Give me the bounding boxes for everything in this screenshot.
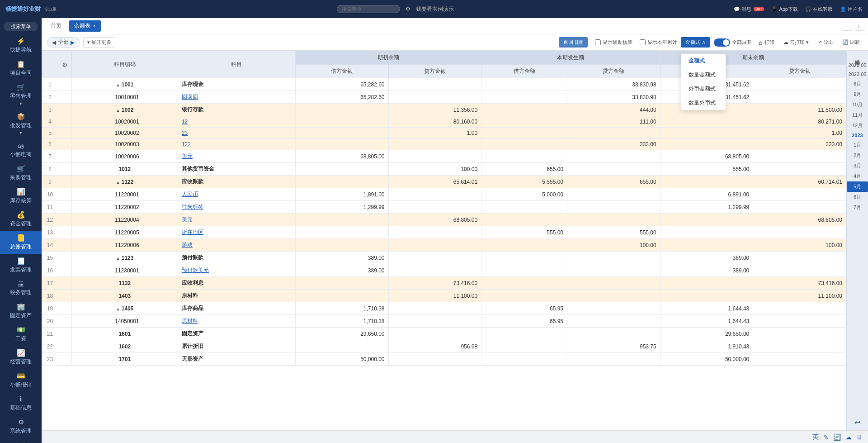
row-name[interactable]: 回回回 <box>178 91 295 104</box>
sidebar-item-expense[interactable]: 💳 小畅报销 <box>0 369 42 392</box>
lang-icon[interactable]: 英 <box>812 433 819 441</box>
period-9[interactable]: 9月 <box>847 89 868 100</box>
period-3[interactable]: 3月 <box>847 161 868 171</box>
sidebar-item-collab[interactable]: 🤝 企业协同 <box>0 438 42 443</box>
sidebar-item-system[interactable]: ⚙ 系统管理 <box>0 415 42 438</box>
table-row[interactable]: 12 11220004 美元 68,805.00 68,805.00 <box>42 214 846 226</box>
table-row[interactable]: 4 10020001 12 80,160.00 111.00 80,271.00 <box>42 116 846 128</box>
user-avatar[interactable]: 👤 用户名 <box>840 6 863 13</box>
settings-icon[interactable]: ⚙ <box>406 6 410 12</box>
amount-style-btn[interactable]: 金额式 ∧ <box>681 37 710 48</box>
table-row[interactable]: 20 14050001 原材料 1,710.38 65.95 1,644.43 <box>42 315 846 328</box>
period-2023-start[interactable]: 2023.05 <box>847 61 868 70</box>
sidebar-item-invoice[interactable]: 🧾 发票管理 <box>0 254 42 277</box>
period-2023-05[interactable]: 2023.05 <box>847 70 868 79</box>
menu-item-amount[interactable]: 金额式 <box>681 54 726 68</box>
input-icon[interactable]: ✎ <box>823 433 829 441</box>
filter-tag[interactable]: ◀ 全部 ▶ <box>47 37 80 48</box>
sidebar-search[interactable]: 搜索菜单 <box>4 22 38 31</box>
table-row[interactable]: 14 11220006 游戏 100.00 100.00 <box>42 239 846 252</box>
sidebar-item-inventory[interactable]: 📊 库存核算 <box>0 185 42 208</box>
sidebar-item-ecommerce[interactable]: 🛍 小畅电商 <box>0 139 42 162</box>
table-row[interactable]: 19 ▲ 1405 库存商品 1,710.38 65.95 1,644.43 <box>42 302 846 315</box>
show-ytd-check[interactable]: 显示本年累计 <box>640 39 677 46</box>
period-4[interactable]: 4月 <box>847 171 868 181</box>
table-row[interactable]: 22 1602 累计折旧 956.68 953.75 1,910.43 <box>42 340 846 353</box>
sidebar-item-operations[interactable]: 📈 经营管理 <box>0 346 42 369</box>
period-5[interactable]: 5月 <box>847 181 868 192</box>
period-7[interactable]: 7月 <box>847 202 868 213</box>
table-row[interactable]: 15 ▲ 1123 预付账款 389.00 389.00 <box>42 252 846 264</box>
export-btn[interactable]: ↗ 导出 <box>815 38 836 47</box>
expand-all-toggle[interactable]: 全部展开 <box>714 38 752 47</box>
sidebar-item-tax[interactable]: 🏛 税务管理 <box>0 277 42 300</box>
sidebar-item-salary[interactable]: 💵 工资 <box>0 323 42 346</box>
row-name[interactable]: 原材料 <box>178 315 295 328</box>
period-10[interactable]: 10月 <box>847 100 868 110</box>
sidebar-item-retail[interactable]: 🛒 零售管理 ▼ <box>0 80 42 110</box>
tab-home[interactable]: 首页 <box>45 20 67 32</box>
th-settings[interactable]: ⚙ <box>58 51 72 78</box>
tab-minimize-btn[interactable]: — <box>842 22 853 31</box>
tab-maximize-btn[interactable]: □ <box>855 22 864 31</box>
table-settings-icon[interactable]: ⚙ <box>62 61 68 68</box>
table-row[interactable]: 9 ▲ 1122 应收账款 65,614.01 5,555.00 655.00 … <box>42 176 846 188</box>
menu-item-qty-amount[interactable]: 数量金额式 <box>681 68 726 82</box>
table-row[interactable]: 23 1701 无形资产 50,000.00 50,000.00 <box>42 353 846 366</box>
top-search-input[interactable] <box>337 5 400 13</box>
period-2[interactable]: 2月 <box>847 150 868 161</box>
tab-balance[interactable]: 余额表 × <box>69 20 101 32</box>
back-btn[interactable]: 退回旧版 <box>559 37 588 48</box>
row-name[interactable]: 人民币 <box>178 188 295 201</box>
table-row[interactable]: 21 1601 固定资产 29,650.00 29,650.00 <box>42 328 846 340</box>
row-name[interactable]: 美元 <box>178 150 295 163</box>
period-8[interactable]: 8月 <box>847 79 868 89</box>
monitor-icon[interactable]: 🖥 <box>856 433 863 441</box>
row-name[interactable]: 游戏 <box>178 239 295 252</box>
refresh-btn[interactable]: 🔄 刷新 <box>840 38 863 47</box>
period-6[interactable]: 6月 <box>847 192 868 202</box>
row-name[interactable]: 美元 <box>178 214 295 226</box>
sidebar-item-purchase[interactable]: 🛒 采购管理 <box>0 162 42 185</box>
table-row[interactable]: 17 1132 应收利息 73,416.00 73,416.00 <box>42 277 846 290</box>
expand-btn[interactable]: ▾ 展开更多 <box>83 37 115 48</box>
service-button[interactable]: 🎧 在线客服 <box>805 6 833 13</box>
ytd-checkbox[interactable] <box>640 39 646 45</box>
sidebar-item-finance[interactable]: 💰 资金管理 <box>0 208 42 231</box>
message-button[interactable]: 💬 消息 99+ <box>734 6 764 13</box>
period-12[interactable]: 12月 <box>847 120 868 131</box>
cloud-icon[interactable]: ☁ <box>845 433 852 441</box>
amount-style-dropdown[interactable]: 金额式 ∧ 金额式 数量金额式 外币金额式 数量外币式 <box>681 37 710 48</box>
table-row[interactable]: 18 1403 原材料 11,100.00 11,100.00 <box>42 290 846 302</box>
sync-icon[interactable]: 🔄 <box>833 433 841 441</box>
row-name[interactable]: 23 <box>178 128 295 139</box>
print-btn[interactable]: 🖨 打印 <box>755 38 777 47</box>
sidebar-item-quick-nav[interactable]: ⚡ 快捷导航 <box>0 34 42 57</box>
sidebar-item-wholesale[interactable]: 📦 批发管理 ▼ <box>0 110 42 139</box>
period-11[interactable]: 11月 <box>847 110 868 120</box>
table-row[interactable]: 13 11220005 所在地区 555.00 555.00 <box>42 226 846 239</box>
demo-label[interactable]: 我要看实例演示 <box>416 5 454 13</box>
menu-item-qty-foreign[interactable]: 数量外币式 <box>681 96 726 110</box>
table-row[interactable]: 10 11220001 人民币 1,891.00 5,000.00 6,891.… <box>42 188 846 201</box>
sidebar-item-project[interactable]: 📋 项目合同 <box>0 57 42 80</box>
row-name[interactable]: 所在地区 <box>178 226 295 239</box>
download-button[interactable]: 📱 App下载 <box>771 6 798 13</box>
period-2023-label[interactable]: 2023 <box>847 131 868 140</box>
table-row[interactable]: 7 10020006 美元 68,805.00 68,805.00 <box>42 150 846 163</box>
toggle-track[interactable] <box>714 38 730 47</box>
sidebar-item-ledger[interactable]: 📒 总账管理 <box>0 231 42 254</box>
period-1[interactable]: 1月 <box>847 140 868 150</box>
row-name[interactable]: 12 <box>178 116 295 128</box>
sidebar-item-basic[interactable]: ℹ 基础信息 <box>0 392 42 415</box>
sidebar-item-assets[interactable]: 🏢 固定资产 <box>0 300 42 323</box>
cloud-print-btn[interactable]: ☁ 云打印 ▾ <box>781 38 811 47</box>
table-row[interactable]: 8 1012 其他货币资金 100.00 655.00 555.00 <box>42 163 846 176</box>
menu-item-foreign-amount[interactable]: 外币金额式 <box>681 82 726 96</box>
right-panel-collapse-btn[interactable]: ↩ <box>854 418 860 427</box>
table-row[interactable]: 16 11230001 预付款美元 389.00 389.00 <box>42 264 846 277</box>
tab-close-btn[interactable]: × <box>93 24 96 29</box>
table-row[interactable]: 5 10020002 23 1.00 1.00 <box>42 128 846 139</box>
row-name[interactable]: 122 <box>178 139 295 150</box>
row-name[interactable]: 预付款美元 <box>178 264 295 277</box>
